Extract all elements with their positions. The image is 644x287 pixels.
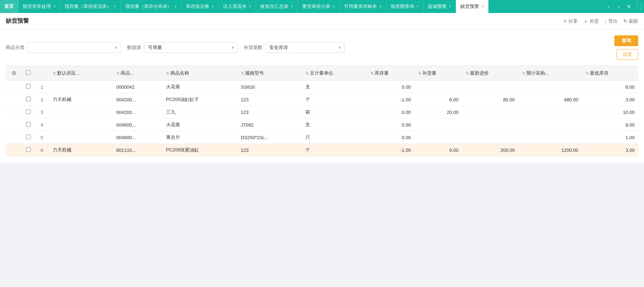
row-checkbox[interactable]: [26, 109, 31, 114]
th-unit[interactable]: 主计量单位: [302, 66, 367, 81]
row-checkbox[interactable]: [26, 122, 31, 127]
row-unit: 支: [302, 119, 367, 131]
row-stock-qty: -1.00: [367, 144, 414, 156]
row-checkbox[interactable]: [26, 84, 31, 89]
th-latest-price[interactable]: 最新进价: [462, 66, 518, 81]
tab-exception-close[interactable]: ×: [53, 4, 56, 9]
replenish-icon: ＋: [583, 18, 588, 25]
datasource-select[interactable]: 可用量 ▾: [144, 42, 238, 53]
tab-inout-flow[interactable]: 出入库流水 ×: [219, 0, 256, 13]
tab-overstock-close[interactable]: ×: [449, 4, 451, 9]
row-unit: 只: [302, 131, 367, 144]
row-latest-price: [462, 81, 518, 93]
row-goods-name: 火花塞: [162, 119, 237, 131]
tab-expiry[interactable]: 保质期查询 ×: [386, 0, 423, 13]
refresh-action[interactable]: ↻ 刷新: [623, 18, 638, 25]
tab-home-label: 首页: [4, 3, 14, 10]
nav-arrow-right[interactable]: ›: [614, 0, 624, 13]
tab-inout-flow-close[interactable]: ×: [249, 4, 251, 9]
th-est-purchase[interactable]: 预计采购...: [518, 66, 582, 81]
top-nav: 首页 拣货异常处理 × 现存量（库存状况表） × 现存量（库存分布表） × 库存…: [0, 0, 644, 13]
th-goods-name[interactable]: 商品名称: [162, 66, 237, 81]
tab-available-ledger[interactable]: 可用量库存账本 ×: [340, 0, 386, 13]
settings-button[interactable]: 设置: [617, 49, 638, 60]
tab-inventory-status[interactable]: 现存量（库存状况表） ×: [60, 0, 121, 13]
row-num: 5: [35, 131, 49, 144]
tab-available-ledger-close[interactable]: ×: [379, 4, 382, 9]
replenish-base-select[interactable]: 安全库存 ▾: [265, 42, 345, 53]
nav-arrow-left[interactable]: ‹: [604, 0, 614, 13]
row-est-purchase: [518, 81, 582, 93]
row-checkbox[interactable]: [26, 134, 31, 139]
row-checkbox[interactable]: [26, 147, 31, 152]
row-num: 4: [35, 119, 49, 131]
replenish-action[interactable]: ＋ 补货: [583, 18, 599, 25]
row-checkbox-cell[interactable]: [22, 81, 35, 93]
row-replenish-qty: [414, 131, 462, 144]
row-latest-price: 200.00: [462, 144, 518, 156]
th-checkbox[interactable]: [22, 66, 35, 81]
column-settings-icon[interactable]: ⚙: [9, 69, 18, 78]
row-checkbox[interactable]: [26, 97, 31, 101]
th-goods-code[interactable]: 商品...: [113, 66, 162, 81]
tab-order-stats-close[interactable]: ×: [332, 4, 335, 9]
export-action[interactable]: ↓ 导出: [605, 18, 618, 25]
row-est-purchase: [518, 106, 582, 119]
row-goods-name: PC200油缸缸子: [162, 93, 237, 106]
row-checkbox-cell[interactable]: [22, 144, 35, 156]
tab-order-stats[interactable]: 要货单统计表 ×: [298, 0, 340, 13]
tab-inventory-dist[interactable]: 现存量（库存分布表） ×: [121, 0, 182, 13]
row-num: 3: [35, 106, 49, 119]
tab-expiry-label: 保质期查询: [391, 3, 414, 10]
row-spec: 123: [237, 144, 302, 156]
tab-exception[interactable]: 拣货异常处理 ×: [18, 0, 60, 13]
share-label: 分享: [568, 18, 578, 25]
th-stock-qty[interactable]: 库存量: [367, 66, 414, 81]
tab-shortage-close[interactable]: ×: [481, 4, 484, 9]
export-label: 导出: [608, 18, 618, 25]
row-replenish-qty: 6.00: [414, 144, 462, 156]
row-checkbox-cell[interactable]: [22, 93, 35, 106]
row-supplier: 力天机械: [49, 93, 113, 106]
share-action[interactable]: ⎋ 分享: [564, 18, 578, 25]
tab-inventory-dist-close[interactable]: ×: [174, 4, 177, 9]
datasource-filter-group: 数据源 可用量 ▾: [127, 42, 238, 53]
tab-batch[interactable]: 库存批次账 ×: [182, 0, 219, 13]
row-checkbox-cell[interactable]: [22, 106, 35, 119]
row-settings-cell: [6, 93, 22, 106]
row-checkbox-cell[interactable]: [22, 119, 35, 131]
replenish-base-chevron-icon: ▾: [339, 45, 341, 50]
tab-inventory-dist-label: 现存量（库存分布表）: [125, 3, 172, 10]
nav-fullscreen-btn[interactable]: ⛶: [634, 0, 644, 13]
row-unit: 支: [302, 81, 367, 93]
tab-expiry-close[interactable]: ×: [416, 4, 419, 9]
row-est-purchase: [518, 119, 582, 131]
tab-shortage[interactable]: 缺货预警 ×: [456, 0, 488, 13]
nav-close-btn[interactable]: ✕: [624, 0, 634, 13]
tab-inventory-status-close[interactable]: ×: [114, 4, 116, 9]
select-all-checkbox[interactable]: [26, 70, 31, 75]
th-spec[interactable]: 规格型号: [237, 66, 302, 81]
row-goods-code: 004800...: [113, 131, 162, 144]
tab-inout-flow-label: 出入库流水: [223, 3, 247, 10]
th-min-stock[interactable]: 最低库存: [582, 66, 638, 81]
row-min-stock: 3.00: [582, 144, 638, 156]
tab-receive-summary-close[interactable]: ×: [291, 4, 293, 9]
tab-overstock[interactable]: 超储预警 ×: [423, 0, 456, 13]
row-latest-price: [462, 106, 518, 119]
row-goods-name: 火花塞: [162, 81, 237, 93]
th-default-supplier[interactable]: 默认供应...: [49, 66, 113, 81]
row-supplier: [49, 81, 113, 93]
tab-receive-summary[interactable]: 收发存汇总表 ×: [256, 0, 298, 13]
export-icon: ↓: [605, 18, 607, 24]
category-select[interactable]: ▾: [27, 42, 121, 53]
th-settings[interactable]: ⚙: [6, 66, 22, 81]
row-spec: J7092: [237, 119, 302, 131]
row-stock-qty: -1.00: [367, 93, 414, 106]
query-button[interactable]: 查询: [614, 35, 638, 46]
row-checkbox-cell[interactable]: [22, 131, 35, 144]
tab-home[interactable]: 首页: [0, 0, 18, 13]
tab-batch-label: 库存批次账: [186, 3, 209, 10]
th-replenish-qty[interactable]: 补货量: [414, 66, 462, 81]
tab-batch-close[interactable]: ×: [212, 4, 214, 9]
